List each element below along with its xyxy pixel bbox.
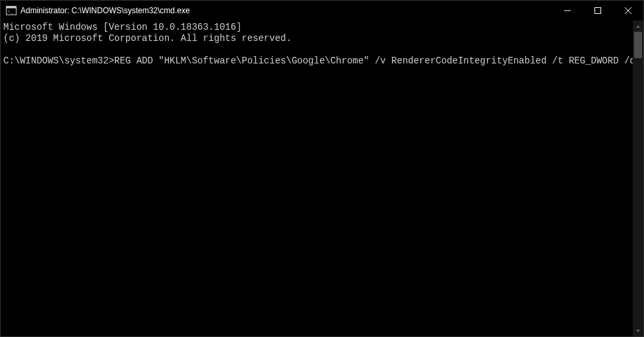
window-controls [552, 1, 643, 20]
minimize-button[interactable] [552, 1, 583, 20]
titlebar[interactable]: >_ Administrator: C:\WINDOWS\system32\cm… [1, 1, 643, 20]
svg-marker-7 [636, 25, 640, 28]
svg-rect-4 [595, 8, 601, 14]
scroll-up-button[interactable] [633, 20, 643, 32]
output-line: (c) 2019 Microsoft Corporation. All righ… [3, 33, 292, 44]
vertical-scrollbar[interactable] [633, 20, 643, 336]
client-area: Microsoft Windows [Version 10.0.18363.10… [1, 20, 643, 336]
terminal-output[interactable]: Microsoft Windows [Version 10.0.18363.10… [1, 20, 633, 336]
command-input[interactable]: REG ADD "HKLM\Software\Policies\Google\C… [114, 56, 633, 66]
close-button[interactable] [613, 1, 643, 20]
scrollbar-track[interactable] [633, 32, 643, 325]
maximize-button[interactable] [583, 1, 613, 20]
cmd-window: >_ Administrator: C:\WINDOWS\system32\cm… [0, 0, 644, 337]
cmd-icon: >_ [6, 5, 16, 16]
svg-marker-8 [636, 330, 640, 332]
prompt: C:\WINDOWS\system32> [3, 56, 114, 66]
window-title: Administrator: C:\WINDOWS\system32\cmd.e… [20, 6, 190, 15]
scrollbar-thumb[interactable] [634, 32, 642, 58]
output-line: Microsoft Windows [Version 10.0.18363.10… [3, 22, 242, 32]
svg-text:>_: >_ [7, 9, 14, 15]
prompt-line: C:\WINDOWS\system32>REG ADD "HKLM\Softwa… [3, 56, 633, 66]
scroll-down-button[interactable] [633, 325, 643, 336]
